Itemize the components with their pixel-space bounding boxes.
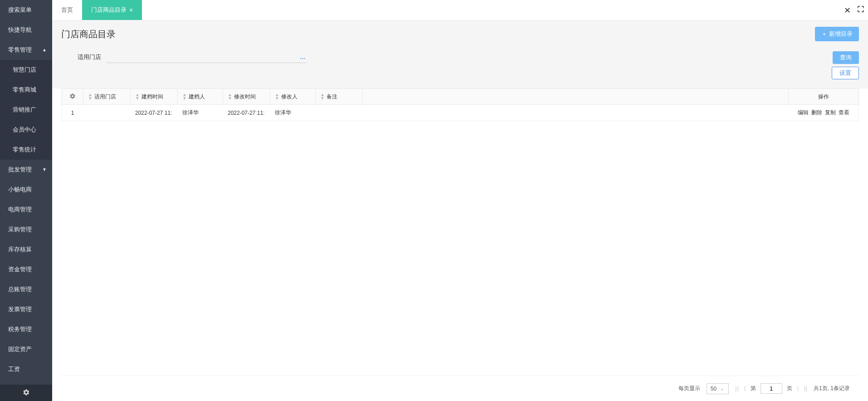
sidebar-item-quicknav[interactable]: 快捷导航: [0, 20, 52, 40]
gear-icon: [23, 389, 30, 397]
sidebar-item-marketing[interactable]: 营销推广: [0, 100, 52, 120]
next-page-icon[interactable]: ⟩: [797, 385, 799, 392]
page-label-suffix: 页: [787, 385, 792, 392]
sidebar-item-invoice[interactable]: 发票管理: [0, 299, 52, 319]
filterbar: 适用门店 … 查询 设置: [52, 48, 868, 88]
fullscreen-icon[interactable]: [857, 5, 864, 15]
cell-mod-time: 2022-07-27 11:: [223, 105, 270, 121]
col-create-time[interactable]: ▲▼建档时间: [131, 89, 178, 104]
action-view[interactable]: 查看: [839, 109, 849, 117]
sort-icon: ▲▼: [275, 93, 279, 100]
settings-button[interactable]: 设置: [832, 67, 859, 79]
action-copy[interactable]: 复制: [825, 109, 836, 117]
col-store[interactable]: ▲▼适用门店: [83, 89, 131, 104]
store-filter-label: 适用门店: [78, 53, 101, 61]
cell-create-time: 2022-07-27 11:: [131, 105, 178, 121]
sidebar-item-retail-stats[interactable]: 零售统计: [0, 140, 52, 160]
sort-icon: ▲▼: [182, 93, 187, 100]
col-actions: 操作: [789, 89, 858, 104]
tab-home[interactable]: 首页: [52, 0, 82, 20]
sidebar-item-funds[interactable]: 资金管理: [0, 259, 52, 279]
store-filter-input[interactable]: [107, 54, 300, 60]
sidebar-item-search-menu[interactable]: 搜索菜单: [0, 0, 52, 20]
cell-remark: [316, 105, 363, 121]
page-input[interactable]: [761, 383, 782, 394]
col-spacer: [363, 89, 789, 104]
tab-store-catalog[interactable]: 门店商品目录 ×: [82, 0, 142, 20]
action-delete[interactable]: 删除: [811, 109, 822, 117]
last-page-icon[interactable]: ⟩|: [804, 385, 807, 392]
prev-page-icon[interactable]: ⟨: [744, 385, 746, 392]
page-title: 门店商品目录: [61, 28, 116, 40]
action-edit[interactable]: 编辑: [798, 109, 809, 117]
sidebar-item-smart-store[interactable]: 智慧门店: [0, 60, 52, 80]
chevron-down-icon: ⌄: [720, 386, 724, 391]
per-page-select[interactable]: 50 ⌄: [707, 383, 729, 394]
per-page-label: 每页显示: [678, 385, 700, 392]
col-remark[interactable]: ▲▼备注: [316, 89, 363, 104]
caret-up-icon: ▲: [42, 40, 47, 60]
col-creator[interactable]: ▲▼建档人: [178, 89, 223, 104]
sidebar-item-ecommerce[interactable]: 电商管理: [0, 200, 52, 220]
sidebar-item-retail-mall[interactable]: 零售商城: [0, 80, 52, 100]
sidebar-settings[interactable]: [0, 385, 52, 401]
first-page-icon[interactable]: |⟨: [735, 385, 739, 392]
close-icon[interactable]: ×: [129, 6, 133, 14]
sort-icon: ▲▼: [320, 93, 325, 100]
add-catalog-button[interactable]: ＋ 新增目录: [815, 27, 859, 41]
sidebar: 搜索菜单 快捷导航 零售管理▲ 智慧门店 零售商城 营销推广 会员中心 零售统计…: [0, 0, 52, 401]
sidebar-item-retail[interactable]: 零售管理▲: [0, 40, 52, 60]
col-modifier[interactable]: ▲▼修改人: [270, 89, 316, 104]
caret-down-icon: ▼: [42, 160, 47, 180]
sidebar-item-xiaochang[interactable]: 小畅电商: [0, 180, 52, 200]
tabbar: 首页 门店商品目录 × ✕: [52, 0, 868, 20]
sidebar-item-salary[interactable]: 工资: [0, 359, 52, 379]
sidebar-item-tax[interactable]: 税务管理: [0, 319, 52, 339]
main: 首页 门店商品目录 × ✕ 门店商品目录 ＋ 新增目录 适用门店 …: [52, 0, 868, 401]
table: ▲▼适用门店 ▲▼建档时间 ▲▼建档人 ▲▼修改时间 ▲▼修改人 ▲▼备注 操作…: [52, 88, 868, 376]
sidebar-item-member[interactable]: 会员中心: [0, 120, 52, 140]
cell-modifier: 徐泽华: [270, 105, 316, 121]
query-button[interactable]: 查询: [833, 51, 859, 64]
gear-icon: [69, 93, 76, 101]
more-icon[interactable]: …: [300, 54, 306, 60]
sidebar-item-inventory[interactable]: 库存核算: [0, 240, 52, 259]
pager: 每页显示 50 ⌄ |⟨ ⟨ 第 页 ⟩ ⟩| 共1页, 1条记录: [61, 376, 859, 401]
titlebar: 门店商品目录 ＋ 新增目录: [52, 20, 868, 48]
close-all-icon[interactable]: ✕: [844, 5, 851, 15]
page-label-prefix: 第: [751, 385, 756, 392]
sidebar-item-ledger[interactable]: 总账管理: [0, 279, 52, 299]
cell-actions: 编辑 删除 复制 查看: [789, 105, 858, 121]
sidebar-item-purchase[interactable]: 采购管理: [0, 220, 52, 240]
col-config[interactable]: [62, 89, 83, 104]
cell-store: [83, 105, 131, 121]
cell-creator: 徐泽华: [178, 105, 223, 121]
sort-icon: ▲▼: [228, 93, 232, 100]
page-summary: 共1页, 1条记录: [814, 385, 850, 392]
col-mod-time[interactable]: ▲▼修改时间: [223, 89, 270, 104]
table-row: 1 2022-07-27 11: 徐泽华 2022-07-27 11: 徐泽华 …: [61, 105, 859, 121]
sort-icon: ▲▼: [135, 93, 140, 100]
plus-icon: ＋: [821, 30, 827, 38]
cell-index: 1: [62, 105, 83, 121]
sort-icon: ▲▼: [88, 93, 93, 100]
sidebar-item-assets[interactable]: 固定资产: [0, 339, 52, 359]
sidebar-item-wholesale[interactable]: 批发管理▼: [0, 160, 52, 180]
